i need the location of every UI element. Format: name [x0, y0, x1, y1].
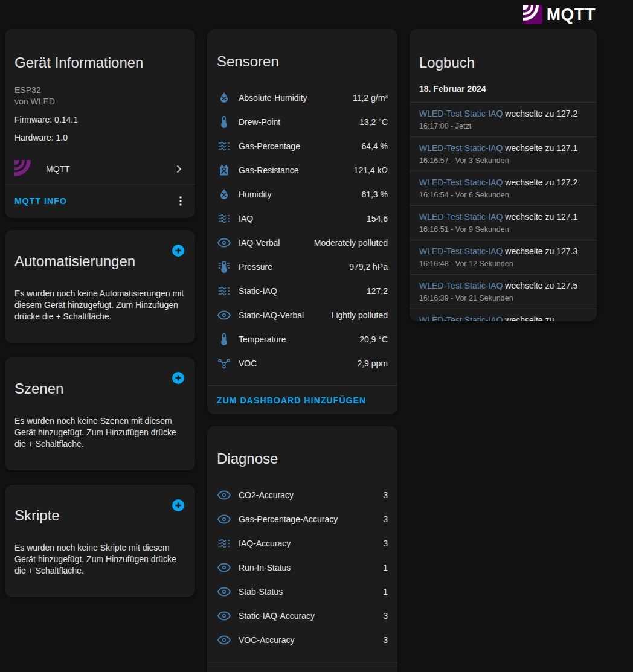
scenes-empty-text: Es wurden noch keine Szenen mit diesem G… — [14, 415, 185, 450]
logbook-entry-time: 16:16:54 - Vor 6 Sekunden — [419, 190, 587, 200]
logbook-entry: WLED-Test Static-IAQ wechselte zu 127.5 … — [410, 274, 597, 309]
diagnostic-row[interactable]: VOC-Accuracy 3 — [207, 628, 397, 652]
sensor-row[interactable]: Gas-Resistance 121,4 kΩ — [207, 158, 397, 182]
diagnostic-row[interactable]: Gas-Percentage-Accuracy 3 — [207, 507, 397, 531]
logbook-entry-time: 16:16:51 - Vor 9 Sekunden — [419, 225, 587, 235]
water-percent-icon — [217, 187, 231, 202]
page-header: MQTT — [0, 0, 633, 29]
diagnostic-row[interactable]: Run-In-Status 1 — [207, 555, 397, 580]
sensor-row[interactable]: Static-IAQ-Verbal Lightly polluted — [207, 303, 397, 327]
diagnostics-card: Diagnose CO2-Accuracy 3 Gas-Percentage-A… — [207, 426, 397, 672]
logbook-message: wechselte zu 127.1 — [505, 212, 577, 222]
scenes-card: Szenen Es wurden noch keine Szenen mit d… — [5, 357, 195, 470]
logbook-entry: WLED-Test Static-IAQ wechselte zu — [410, 309, 597, 321]
device-info-card: Gerät Informationen ESP32 von WLED Firmw… — [5, 29, 195, 218]
sensor-row[interactable]: Humidity 61,3 % — [207, 182, 397, 206]
sensor-row[interactable]: Absolute-Humidity 11,2 g/m³ — [207, 86, 397, 110]
thermometer-icon — [217, 332, 231, 347]
add-scene-button[interactable] — [171, 371, 185, 385]
mqtt-connection-row[interactable]: MQTT — [5, 155, 195, 184]
sensor-row[interactable]: VOC 2,9 ppm — [207, 351, 397, 376]
device-hardware: Hardware: 1.0 — [5, 132, 195, 144]
device-manufacturer: von WLED — [14, 96, 185, 107]
sensors-card: Sensoren Absolute-Humidity 11,2 g/m³ Dre… — [207, 29, 397, 414]
mqtt-connection-label: MQTT — [46, 164, 70, 174]
logbook-entry-time: 16:16:39 - Vor 21 Sekunden — [419, 293, 587, 304]
eye-icon — [217, 512, 231, 526]
sensors-title: Sensoren — [207, 53, 397, 70]
diagnostic-row[interactable]: Static-IAQ-Accuracy 3 — [207, 604, 397, 628]
logbook-entry-time: 16:16:48 - Vor 12 Sekunden — [419, 259, 587, 269]
diagnostics-title: Diagnose — [207, 450, 397, 467]
logbook-entry-list: WLED-Test Static-IAQ wechselte zu 127.2 … — [410, 102, 597, 321]
logbook-entry: WLED-Test Static-IAQ wechselte zu 127.1 … — [410, 205, 597, 240]
logbook-entity-link[interactable]: WLED-Test Static-IAQ — [419, 178, 503, 187]
eye-icon — [217, 560, 231, 575]
diagnostic-row[interactable]: IAQ-Accuracy 3 — [207, 531, 397, 555]
logbook-entry-time: 16:16:57 - Vor 3 Sekunden — [419, 156, 587, 166]
air-filter-icon — [217, 211, 231, 226]
logbook-entity-link[interactable]: WLED-Test Static-IAQ — [419, 143, 503, 153]
air-filter-icon — [217, 284, 231, 298]
scripts-card: Skripte Es wurden noch keine Skripte mit… — [5, 485, 195, 598]
scripts-empty-text: Es wurden noch keine Skripte mit diesem … — [14, 542, 185, 577]
air-filter-icon — [217, 139, 231, 153]
eye-icon — [217, 609, 231, 623]
logbook-entity-link[interactable]: WLED-Test Static-IAQ — [419, 212, 503, 222]
mqtt-wordmark: MQTT — [547, 5, 596, 24]
scripts-title: Skripte — [14, 507, 60, 524]
automations-title: Automatisierungen — [14, 253, 135, 270]
device-page: Gerät Informationen ESP32 von WLED Firmw… — [0, 29, 633, 672]
molecule-icon — [217, 356, 231, 371]
diagnostics-list: CO2-Accuracy 3 Gas-Percentage-Accuracy 3 — [207, 483, 397, 652]
sensor-row[interactable]: Gas-Percentage 64,4 % — [207, 134, 397, 158]
logbook-message: wechselte zu 127.2 — [505, 178, 577, 187]
thermometer-icon — [217, 115, 231, 129]
kebab-menu-icon[interactable] — [173, 194, 188, 208]
logbook-message: wechselte zu 127.5 — [505, 281, 577, 290]
diagnostic-row[interactable]: CO2-Accuracy 3 — [207, 483, 397, 507]
scenes-title: Szenen — [14, 380, 63, 397]
logbook-entry: WLED-Test Static-IAQ wechselte zu 127.1 … — [410, 136, 597, 171]
logbook-entry: WLED-Test Static-IAQ wechselte zu 127.2 … — [410, 171, 597, 205]
mqtt-brand-icon — [523, 5, 542, 24]
sensor-row[interactable]: Static-IAQ 127.2 — [207, 279, 397, 303]
sensor-row[interactable]: Temperature 20,9 °C — [207, 327, 397, 351]
diagnostic-row[interactable]: Stab-Status 1 — [207, 580, 397, 604]
logbook-message: wechselte zu 127.3 — [505, 246, 577, 256]
sensor-row[interactable]: Pressure 979,2 hPa — [207, 255, 397, 279]
logbook-card: Logbuch 18. Februar 2024 WLED-Test Stati… — [410, 29, 597, 321]
automations-empty-text: Es wurden noch keine Automatisierungen m… — [14, 288, 185, 322]
logbook-entity-link[interactable]: WLED-Test Static-IAQ — [419, 246, 503, 256]
meter-gas-icon — [217, 163, 231, 178]
logbook-entity-link[interactable]: WLED-Test Static-IAQ — [419, 109, 503, 118]
eye-icon — [217, 633, 231, 647]
logbook-date-header: 18. Februar 2024 — [410, 83, 597, 94]
logbook-title: Logbuch — [410, 54, 597, 71]
sensor-row[interactable]: IAQ 154,6 — [207, 206, 397, 231]
logbook-entry: WLED-Test Static-IAQ wechselte zu 127.3 … — [410, 240, 597, 274]
logbook-message: wechselte zu — [505, 315, 554, 321]
logbook-entity-link[interactable]: WLED-Test Static-IAQ — [419, 281, 503, 290]
add-automation-button[interactable] — [171, 243, 185, 258]
device-model: ESP32 — [14, 85, 185, 96]
mqtt-info-button[interactable]: MQTT INFO — [14, 196, 67, 206]
sensor-row[interactable]: Drew-Point 13,2 °C — [207, 110, 397, 134]
air-filter-icon — [217, 536, 231, 551]
eye-icon — [217, 308, 231, 322]
add-script-button[interactable] — [171, 498, 185, 513]
logbook-entry: WLED-Test Static-IAQ wechselte zu 127.2 … — [410, 102, 597, 136]
device-info-title: Gerät Informationen — [5, 54, 195, 71]
thermometer-lines-icon — [217, 260, 231, 274]
logbook-entity-link[interactable]: WLED-Test Static-IAQ — [419, 315, 503, 321]
automations-card: Automatisierungen Es wurden noch keine A… — [5, 230, 195, 343]
mqtt-integration-icon — [14, 160, 33, 178]
sensor-row[interactable]: IAQ-Verbal Moderately polluted — [207, 231, 397, 255]
sensor-list: Absolute-Humidity 11,2 g/m³ Drew-Point 1… — [207, 86, 397, 376]
water-percent-icon — [217, 91, 231, 105]
eye-icon — [217, 488, 231, 502]
logbook-message: wechselte zu 127.2 — [505, 109, 577, 118]
sensors-add-to-dashboard-button[interactable]: ZUM DASHBOARD HINZUFÜGEN — [217, 395, 366, 405]
device-firmware: Firmware: 0.14.1 — [5, 114, 195, 126]
eye-icon — [217, 235, 231, 250]
